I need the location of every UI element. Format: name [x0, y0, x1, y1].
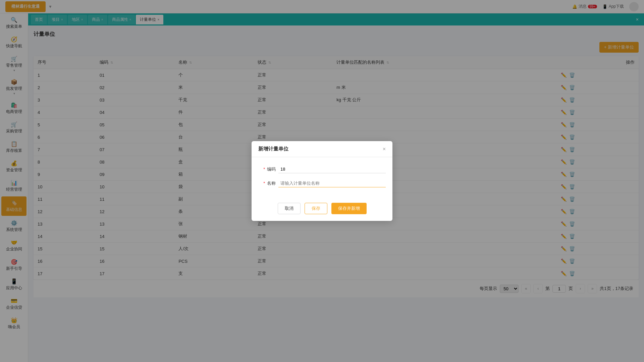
form-row-code: * 编码	[258, 165, 386, 173]
code-input[interactable]	[278, 165, 386, 173]
modal-body: * 编码 * 名称	[252, 157, 392, 199]
name-input[interactable]	[278, 179, 386, 187]
code-required-mark: *	[263, 167, 265, 172]
save-and-new-button[interactable]: 保存并新增	[331, 203, 367, 214]
form-row-name: * 名称	[258, 179, 386, 187]
name-required-mark: *	[263, 181, 265, 186]
modal-header: 新增计量单位 ×	[252, 141, 392, 157]
modal-close-button[interactable]: ×	[383, 146, 386, 152]
cancel-button[interactable]: 取消	[278, 203, 301, 214]
code-label: * 编码	[258, 166, 278, 172]
modal-footer: 取消 保存 保存并新增	[252, 199, 392, 221]
save-button[interactable]: 保存	[305, 203, 327, 214]
name-label: * 名称	[258, 180, 278, 186]
modal-title: 新增计量单位	[258, 146, 288, 152]
add-unit-modal: 新增计量单位 × * 编码 * 名称 取消 保存 保存并新增	[252, 141, 392, 221]
modal-overlay: 新增计量单位 × * 编码 * 名称 取消 保存 保存并新增	[0, 0, 644, 362]
